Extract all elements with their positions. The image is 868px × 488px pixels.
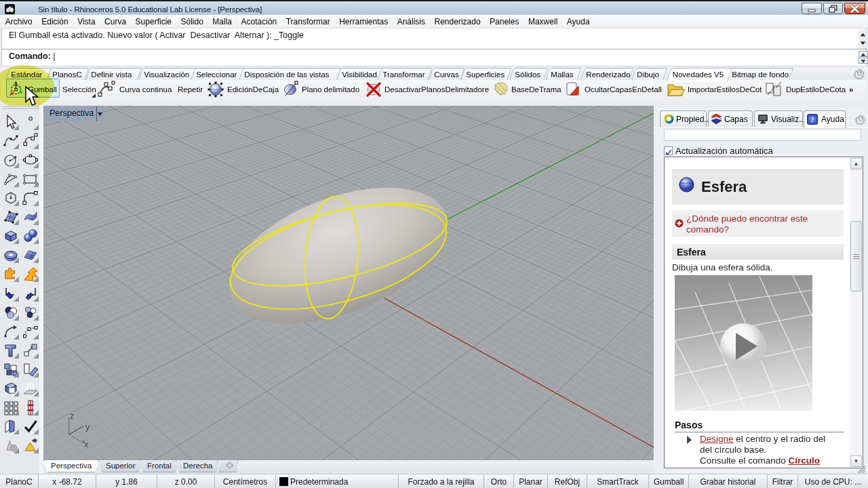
- svg-text:z: z: [70, 411, 75, 421]
- svg-text:x: x: [84, 439, 89, 449]
- svg-text:?: ?: [810, 115, 814, 123]
- svg-text:y: y: [85, 422, 90, 432]
